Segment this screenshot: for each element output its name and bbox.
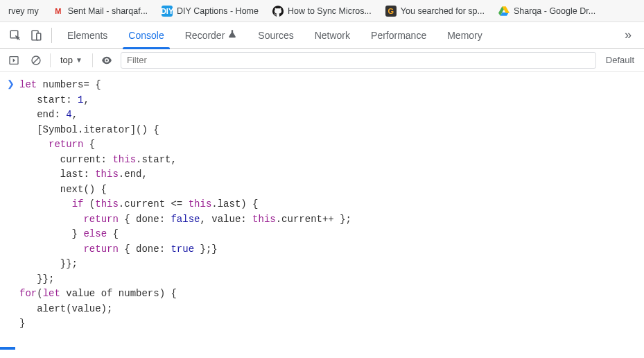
filter-field bbox=[121, 52, 596, 69]
google-drive-icon bbox=[498, 6, 510, 17]
tab-memory[interactable]: Memory bbox=[437, 22, 492, 49]
bookmark-item[interactable]: rvey my bbox=[3, 3, 44, 19]
code-block[interactable]: let numbers= { start: 1, end: 4, [Symbol… bbox=[19, 78, 351, 332]
bookmark-label: Sent Mail - sharqaf... bbox=[68, 6, 148, 16]
bottom-indicator bbox=[0, 346, 644, 350]
tab-network[interactable]: Network bbox=[305, 22, 360, 49]
log-level-selector[interactable]: Default bbox=[602, 55, 638, 65]
more-tabs-icon[interactable]: » bbox=[618, 28, 638, 42]
tab-performance[interactable]: Performance bbox=[361, 22, 436, 49]
svg-rect-2 bbox=[37, 33, 41, 40]
bookmark-label: rvey my bbox=[8, 6, 39, 16]
prompt-caret-icon: ❯ bbox=[7, 78, 14, 89]
bookmark-label: How to Sync Micros... bbox=[288, 6, 372, 16]
chevron-down-icon: ▼ bbox=[76, 56, 82, 64]
console-output: ❯ let numbers= { start: 1, end: 4, [Symb… bbox=[0, 72, 644, 346]
bookmarks-bar: rvey my M Sent Mail - sharqaf... DIY DIY… bbox=[0, 0, 644, 22]
context-label: top bbox=[60, 55, 73, 65]
gmail-icon: M bbox=[53, 6, 64, 17]
filter-input[interactable] bbox=[121, 52, 596, 69]
bookmark-item[interactable]: How to Sync Micros... bbox=[267, 3, 377, 19]
separator bbox=[51, 28, 52, 43]
separator bbox=[92, 53, 93, 67]
bookmark-label: DIY Captions - Home bbox=[177, 6, 259, 16]
diy-icon: DIY bbox=[162, 6, 173, 17]
devtools-tabs: Elements Console Recorder Sources Networ… bbox=[0, 22, 644, 49]
tab-recorder[interactable]: Recorder bbox=[175, 22, 247, 49]
search-site-icon: G bbox=[385, 6, 397, 17]
tab-console[interactable]: Console bbox=[119, 22, 173, 49]
bookmark-label: You searched for sp... bbox=[401, 6, 485, 16]
github-icon bbox=[272, 6, 284, 17]
svg-point-5 bbox=[105, 59, 107, 61]
live-expression-icon[interactable] bbox=[98, 52, 115, 69]
separator bbox=[50, 53, 51, 67]
console-toolbar: top ▼ Default bbox=[0, 49, 644, 72]
bookmark-item[interactable]: DIY DIY Captions - Home bbox=[156, 3, 264, 19]
clear-console-icon[interactable] bbox=[28, 52, 44, 69]
context-selector[interactable]: top ▼ bbox=[56, 53, 87, 67]
toggle-sidebar-icon[interactable] bbox=[6, 52, 22, 69]
device-toggle-icon[interactable] bbox=[26, 26, 46, 45]
bookmark-item[interactable]: Sharqa - Google Dr... bbox=[493, 3, 601, 19]
inspect-icon[interactable] bbox=[6, 26, 25, 45]
beaker-icon bbox=[227, 29, 237, 41]
bookmark-item[interactable]: G You searched for sp... bbox=[380, 3, 490, 19]
tab-sources[interactable]: Sources bbox=[248, 22, 303, 49]
bookmark-label: Sharqa - Google Dr... bbox=[514, 6, 595, 16]
bookmark-item[interactable]: M Sent Mail - sharqaf... bbox=[47, 3, 153, 19]
tab-elements[interactable]: Elements bbox=[58, 22, 117, 49]
